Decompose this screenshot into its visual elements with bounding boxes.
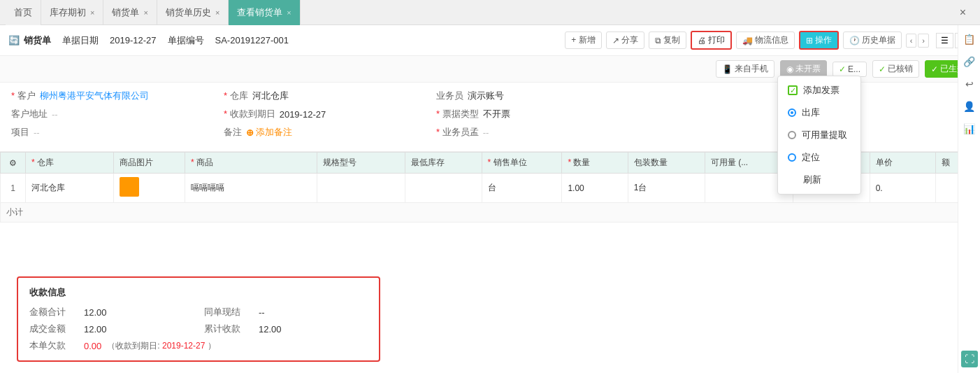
radio-outbound <box>788 108 796 117</box>
tab-home[interactable]: 首页 <box>6 0 41 25</box>
col-quantity: 数量 <box>562 153 628 174</box>
product-image <box>120 177 139 197</box>
list-view-button[interactable]: ☰ <box>936 33 953 48</box>
close-inventory-tab[interactable]: × <box>90 8 94 17</box>
col-settings: ⚙ <box>1 153 26 174</box>
available-extract-item[interactable]: 可用量提取 <box>778 124 860 146</box>
sidebar-edit-icon[interactable]: 📋 <box>961 31 978 48</box>
address-label: 客户地址 <box>11 108 48 120</box>
settings-icon[interactable]: ⚙ <box>9 158 17 168</box>
tab-view-sales[interactable]: 查看销货单 × <box>229 0 300 25</box>
sales-rep-field: 业务员孟 -- <box>436 126 632 139</box>
radio-locate <box>788 153 796 162</box>
copy-icon: ⧉ <box>655 36 661 45</box>
sidebar-chart-icon[interactable]: 📊 <box>961 120 978 137</box>
add-note-button[interactable]: ⊕ 添加备注 <box>246 126 292 139</box>
operations-button[interactable]: ⊞ 操作 <box>799 31 839 50</box>
row-num: 1 <box>1 174 26 203</box>
single-settlement-label: 同单现结 <box>204 306 253 318</box>
logistics-button[interactable]: 🚚 物流信息 <box>736 31 795 49</box>
doc-type-label: 销货单 <box>24 34 51 47</box>
salesperson-label: 业务员 <box>436 90 463 102</box>
radio-available <box>788 131 796 139</box>
doc-header: 🔄 销货单 单据日期 2019-12-27 单据编号 SA-20191227-0… <box>0 25 980 56</box>
sidebar-return-icon[interactable]: ↩ <box>961 76 978 92</box>
sales-rep-label: 业务员孟 <box>436 126 479 139</box>
due-date-value: 2019-12-27 <box>280 109 326 120</box>
row-image <box>113 174 185 203</box>
row-unit-price: 0. <box>870 174 935 203</box>
tab-bar: 首页 库存期初 × 销货单 × 销货单历史 × 查看销货单 × × <box>0 0 980 25</box>
sidebar-link-icon[interactable]: 🔗 <box>961 53 978 70</box>
transaction-value: 12.00 <box>84 324 107 335</box>
doc-type-icon: 🔄 <box>8 35 20 45</box>
tab-sales-history[interactable]: 销货单历史 × <box>157 0 229 25</box>
payment-section: 收款信息 金额合计 12.00 同单现结 -- 成交金额 12.00 <box>17 276 380 362</box>
voided-button[interactable]: ✓ 已核销 <box>872 60 919 78</box>
close-sales-tab[interactable]: × <box>143 8 147 17</box>
ticket-icon: ◉ <box>786 64 793 74</box>
this-order-label: 本单欠款 <box>29 339 78 352</box>
history-icon: 🕐 <box>849 36 860 45</box>
payment-title: 收款信息 <box>29 286 368 299</box>
row-pack-qty: 1台 <box>628 174 705 203</box>
single-settlement-value: -- <box>259 307 265 318</box>
warehouse-label: 仓库 <box>224 90 248 102</box>
prev-button[interactable]: ‹ <box>906 34 917 48</box>
single-settlement-row: 同单现结 -- <box>204 306 368 318</box>
share-button[interactable]: ↗ 分享 <box>606 31 644 49</box>
col-image: 商品图片 <box>113 153 185 174</box>
col-spec: 规格型号 <box>317 153 405 174</box>
share-icon: ↗ <box>612 36 619 45</box>
operations-dropdown: ✓ 添加发票 出库 可用量提取 定位 刷新 <box>777 76 861 195</box>
number-label: 单据编号 <box>168 34 204 47</box>
this-order-row: 本单欠款 0.00 （收款到期日: 2019-12-27 ） <box>29 339 368 352</box>
grid-icon: ⊞ <box>806 36 813 45</box>
from-mobile-button[interactable]: 📱 来自手机 <box>716 60 774 78</box>
due-date-payment: 2019-12-27 <box>162 341 205 351</box>
print-button[interactable]: 🖨 打印 <box>691 31 732 50</box>
transaction-label: 成交金额 <box>29 323 78 335</box>
history-button[interactable]: 🕐 历史单据 <box>843 31 902 49</box>
col-unit: 销售单位 <box>482 153 562 174</box>
close-history-tab[interactable]: × <box>215 8 219 17</box>
ticket-type-label: 票据类型 <box>436 108 479 120</box>
sidebar-user-icon[interactable]: 👤 <box>961 98 978 115</box>
close-view-sales-tab[interactable]: × <box>287 8 291 17</box>
next-button[interactable]: › <box>918 34 929 48</box>
col-warehouse: 仓库 <box>26 153 114 174</box>
warehouse-field: 仓库 河北仓库 <box>224 90 419 102</box>
col-product: 商品 <box>185 153 317 174</box>
row-warehouse: 河北仓库 <box>26 174 114 203</box>
close-all-button[interactable]: × <box>951 6 974 19</box>
outbound-item[interactable]: 出库 <box>778 101 860 124</box>
row-unit: 台 <box>482 174 562 203</box>
tab-sales[interactable]: 销货单 × <box>103 0 157 25</box>
subtotal-label: 小计 <box>1 203 980 223</box>
check-button[interactable]: ✓ E... <box>833 62 867 77</box>
col-min-stock: 最低库存 <box>405 153 482 174</box>
project-value: -- <box>34 127 40 138</box>
tab-inventory[interactable]: 库存期初 × <box>41 0 103 25</box>
customer-label: 客户 <box>11 90 36 102</box>
locate-item[interactable]: 定位 <box>778 146 860 169</box>
sales-rep-value: -- <box>483 127 489 138</box>
add-invoice-item[interactable]: ✓ 添加发票 <box>778 79 860 101</box>
due-date-field: 收款到期日 2019-12-27 <box>224 108 419 120</box>
row-min-stock <box>405 174 482 203</box>
ticket-type-value: 不开票 <box>483 108 510 120</box>
customer-value[interactable]: 柳州粤港平安气体有限公司 <box>40 90 149 102</box>
cumulative-value: 12.00 <box>259 324 282 335</box>
this-order-value: 0.00 <box>84 341 101 351</box>
note-field: 备注 ⊕ 添加备注 <box>224 126 419 139</box>
new-button[interactable]: + 新增 <box>565 31 601 49</box>
plus-icon: ⊕ <box>246 127 254 138</box>
note-label: 备注 <box>224 126 242 139</box>
refresh-item[interactable]: 刷新 <box>778 169 860 191</box>
ticket-type-field: 票据类型 不开票 <box>436 108 632 120</box>
sidebar-expand-icon[interactable]: ⛶ <box>961 351 978 367</box>
row-product: 嗝嗝嗝嗝 <box>185 174 317 203</box>
copy-button[interactable]: ⧉ 复制 <box>649 31 686 49</box>
payment-grid: 金额合计 12.00 同单现结 -- 成交金额 12.00 累计收款 12.00 <box>29 306 368 352</box>
project-label: 项目 <box>11 126 29 139</box>
